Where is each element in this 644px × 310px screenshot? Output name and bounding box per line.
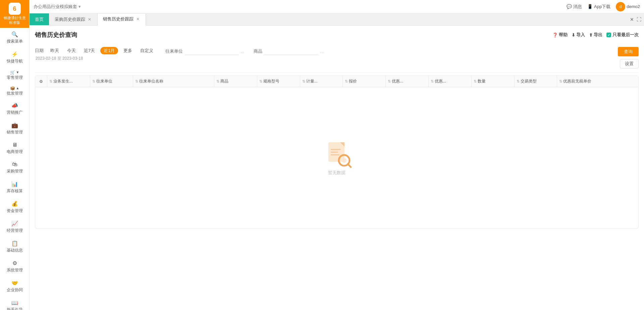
- th-trade-type[interactable]: ⇅ 交易类型: [515, 76, 557, 87]
- sidebar-item-corp[interactable]: 🤝 企业协同: [0, 276, 29, 296]
- date-range-display: 2023-02-18 至 2023-03-18: [35, 56, 156, 61]
- tab-sales[interactable]: 销售历史价跟踪 ✕: [98, 14, 146, 25]
- date-btn-today[interactable]: 今天: [64, 47, 78, 54]
- monitor-icon: 🖥: [12, 142, 17, 148]
- date-btn-1month[interactable]: 近1月: [100, 47, 118, 54]
- sidebar-item-wholesale[interactable]: 📦 ▲ 批发管理: [0, 83, 29, 99]
- date-btn-custom[interactable]: 自定义: [138, 47, 156, 54]
- topbar-actions: 💬 消息 📱 App下载 d demo2: [567, 2, 640, 11]
- checkbox-icon: [606, 33, 611, 37]
- goods-label: 商品: [254, 48, 262, 54]
- avatar: d: [616, 2, 625, 11]
- th-spec[interactable]: ⇅ 规格型号: [257, 76, 300, 87]
- date-btn-7days[interactable]: 近7天: [81, 47, 98, 54]
- query-button[interactable]: 查询: [618, 47, 639, 56]
- date-btn-yesterday[interactable]: 昨天: [48, 47, 62, 54]
- table-body: 暂无数据: [35, 87, 638, 228]
- topbar-user[interactable]: d demo2: [616, 2, 640, 11]
- tabbar: 首页 采购历史价跟踪 ✕ 销售历史价跟踪 ✕ ✕ ⛶: [30, 13, 644, 25]
- settings-button[interactable]: 设置: [620, 59, 639, 68]
- help-button[interactable]: ❓ 帮助: [552, 32, 568, 38]
- list-icon: 📋: [11, 240, 18, 247]
- data-table: ⚙ ⇅ 业务发生... ⇅ 往来单位 ⇅ 往来单位名称 ⇅ 商品: [35, 75, 639, 228]
- empty-text: 暂无数据: [328, 170, 345, 176]
- filter-date-row: 日期 昨天 今天 近7天 近1月 更多 自定义: [35, 47, 156, 54]
- topbar-message[interactable]: 💬 消息: [567, 4, 582, 10]
- tab-close-sales[interactable]: ✕: [136, 17, 140, 21]
- page-title: 销售历史价查询: [35, 31, 77, 39]
- sidebar-item-sales[interactable]: 💼 销售管理: [0, 119, 29, 139]
- goods-input[interactable]: [264, 48, 318, 55]
- tab-home[interactable]: 首页: [30, 13, 49, 25]
- th-unit[interactable]: ⇅ 计量...: [300, 76, 343, 87]
- sidebar-item-guide[interactable]: 📖 新手引导: [0, 296, 29, 310]
- th-goods[interactable]: ⇅ 商品: [214, 76, 257, 87]
- th-settings[interactable]: ⚙: [35, 76, 47, 87]
- th-qty[interactable]: ⇅ 数量: [472, 76, 515, 87]
- tab-close-all-button[interactable]: ✕: [630, 17, 634, 22]
- tab-purchase[interactable]: 采购历史价跟踪 ✕: [49, 13, 98, 25]
- sidebar-item-basic[interactable]: 📋 基础信息: [0, 237, 29, 257]
- svg-line-6: [348, 164, 351, 167]
- th-biz-date[interactable]: ⇅ 业务发生...: [47, 76, 90, 87]
- shopping-icon: 🛍: [12, 161, 17, 167]
- sidebar-item-search[interactable]: 🔍 搜索菜单: [0, 28, 29, 48]
- th-discount1[interactable]: ⇅ 优惠...: [386, 76, 429, 87]
- briefcase-icon: 💼: [11, 122, 18, 128]
- th-discount2[interactable]: ⇅ 优惠...: [429, 76, 472, 87]
- sidebar-item-purchase[interactable]: 🛍 采购管理: [0, 158, 29, 177]
- topbar-title: 办公用品行业模拟账套 ▾: [34, 4, 564, 10]
- import-icon: ⬇: [572, 33, 575, 38]
- topbar: 办公用品行业模拟账套 ▾ 💬 消息 📱 App下载 d demo2: [30, 0, 644, 13]
- message-icon: 💬: [567, 4, 572, 9]
- import-button[interactable]: ⬇ 导入: [572, 32, 585, 38]
- page-title-row: 销售历史价查询 ❓ 帮助 ⬇ 导入 ⬆ 导出 只看最后一次: [35, 31, 639, 39]
- handshake-icon: 🤝: [11, 280, 18, 286]
- th-tax-price[interactable]: ⇅ 优惠前无税单价: [557, 76, 638, 87]
- search-icon: 🔍: [11, 31, 18, 38]
- main-area: 办公用品行业模拟账套 ▾ 💬 消息 📱 App下载 d demo2 首页 采购历…: [30, 0, 644, 310]
- content-area: 销售历史价查询 ❓ 帮助 ⬇ 导入 ⬆ 导出 只看最后一次: [30, 25, 644, 310]
- sidebar-item-ecommerce[interactable]: 🖥 电商管理: [0, 139, 29, 158]
- topbar-app-download[interactable]: 📱 App下载: [587, 4, 610, 10]
- app-logo[interactable]: 6 畅捷通好生意 标准版: [0, 0, 29, 28]
- tab-close-purchase[interactable]: ✕: [87, 17, 92, 22]
- th-partner-name[interactable]: ⇅ 往来单位名称: [133, 76, 215, 87]
- only-last-checkbox[interactable]: 只看最后一次: [606, 32, 639, 38]
- tab-maximize-button[interactable]: ⛶: [637, 17, 641, 22]
- empty-illustration: [323, 140, 350, 166]
- date-btn-more[interactable]: 更多: [121, 47, 135, 54]
- partner-input[interactable]: [185, 48, 238, 55]
- partner-dots: ...: [240, 49, 244, 54]
- settings-icon: ⚙: [39, 79, 43, 84]
- empty-state: 暂无数据: [323, 119, 350, 196]
- svg-point-7: [342, 158, 346, 163]
- lightning-icon: ⚡: [11, 51, 18, 57]
- gear-icon: ⚙: [12, 260, 17, 266]
- app-name: 畅捷通好生意 标准版: [4, 15, 26, 25]
- logo-icon: 6: [9, 3, 21, 15]
- sidebar-item-inventory[interactable]: 📊 库存核算: [0, 177, 29, 197]
- sidebar-item-marketing[interactable]: 📣 营销推广: [0, 99, 29, 119]
- trending-icon: 📈: [11, 220, 18, 227]
- sidebar: 6 畅捷通好生意 标准版 🔍 搜索菜单 ⚡ 快捷导航 🛒 ▼ 零售管理 📦 ▲ …: [0, 0, 30, 310]
- th-partner-code[interactable]: ⇅ 往来单位: [90, 76, 133, 87]
- table-header: ⚙ ⇅ 业务发生... ⇅ 往来单位 ⇅ 往来单位名称 ⇅ 商品: [35, 76, 638, 87]
- goods-dots: ...: [320, 49, 324, 54]
- chart-icon: 📊: [11, 181, 18, 187]
- money-icon: 💰: [11, 201, 18, 207]
- filter-buttons: 查询 设置: [618, 47, 639, 68]
- export-icon: ⬆: [589, 33, 593, 38]
- partner-label: 往来单位: [165, 48, 183, 54]
- sidebar-item-shortcut[interactable]: ⚡ 快捷导航: [0, 48, 29, 67]
- sidebar-item-retail[interactable]: 🛒 ▼ 零售管理: [0, 67, 29, 83]
- th-quote[interactable]: ⇅ 报价: [343, 76, 386, 87]
- export-button[interactable]: ⬆ 导出: [589, 32, 602, 38]
- page-title-actions: ❓ 帮助 ⬇ 导入 ⬆ 导出 只看最后一次: [552, 32, 639, 38]
- tab-extra: ✕ ⛶: [630, 17, 644, 22]
- sidebar-item-finance[interactable]: 💰 资金管理: [0, 197, 29, 217]
- dropdown-icon[interactable]: ▾: [78, 4, 81, 9]
- box-icon: 📦: [10, 86, 15, 91]
- sidebar-item-operation[interactable]: 📈 经营管理: [0, 217, 29, 237]
- sidebar-item-system[interactable]: ⚙ 系统管理: [0, 257, 29, 276]
